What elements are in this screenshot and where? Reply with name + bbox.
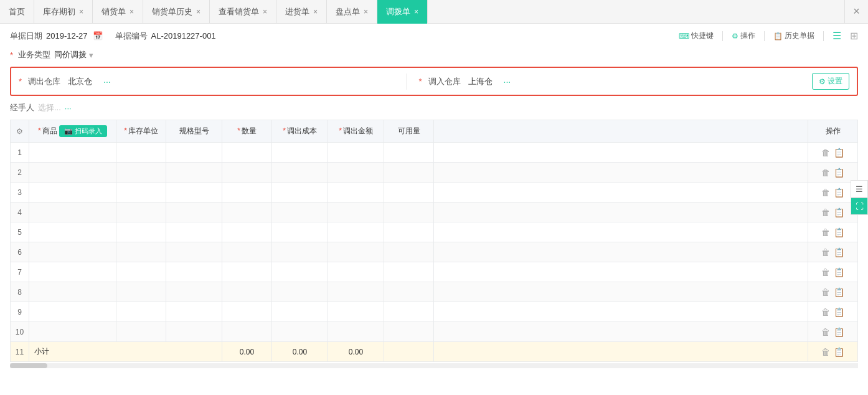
amount-cell-1[interactable] bbox=[328, 143, 384, 163]
shortcut-button[interactable]: ⌨ 快捷键 bbox=[679, 31, 714, 41]
tab-view-sales[interactable]: 查看销货单 × bbox=[210, 0, 276, 24]
setting-button[interactable]: ⚙ 设置 bbox=[812, 73, 849, 90]
handler-select[interactable]: 选择... bbox=[38, 102, 61, 113]
product-cell-5[interactable] bbox=[29, 222, 116, 242]
history-button[interactable]: 📋 历史单据 bbox=[773, 31, 814, 41]
product-cell-2[interactable] bbox=[29, 163, 116, 183]
tab-home[interactable]: 首页 bbox=[0, 0, 34, 24]
unit-cell-8[interactable] bbox=[116, 282, 166, 302]
product-cell-10[interactable] bbox=[29, 322, 116, 342]
handler-more[interactable]: ··· bbox=[65, 103, 72, 113]
copy-icon-subtotal[interactable]: 📋 bbox=[834, 347, 844, 357]
spec-cell-5[interactable] bbox=[166, 222, 222, 242]
spec-cell-6[interactable] bbox=[166, 242, 222, 262]
copy-icon-4[interactable]: 📋 bbox=[834, 207, 844, 217]
available-cell-4[interactable] bbox=[384, 202, 434, 222]
quantity-cell-9[interactable] bbox=[222, 302, 272, 322]
product-cell-3[interactable] bbox=[29, 183, 116, 202]
spec-cell-2[interactable] bbox=[166, 163, 222, 183]
delete-icon-8[interactable]: 🗑 bbox=[821, 287, 830, 297]
product-cell-1[interactable] bbox=[29, 143, 116, 163]
quantity-cell-8[interactable] bbox=[222, 282, 272, 302]
cost-cell-10[interactable] bbox=[272, 322, 328, 342]
close-view-sales[interactable]: × bbox=[263, 7, 267, 16]
quantity-cell-1[interactable] bbox=[222, 143, 272, 163]
cost-cell-3[interactable] bbox=[272, 183, 328, 202]
layout-list-button[interactable]: ☰ bbox=[833, 30, 841, 42]
source-warehouse-more[interactable]: ··· bbox=[103, 77, 111, 87]
unit-cell-6[interactable] bbox=[116, 242, 166, 262]
close-inventory-init[interactable]: × bbox=[79, 7, 83, 16]
copy-icon-1[interactable]: 📋 bbox=[834, 148, 844, 158]
unit-cell-5[interactable] bbox=[116, 222, 166, 242]
close-sales-history[interactable]: × bbox=[196, 7, 200, 16]
available-cell-5[interactable] bbox=[384, 222, 434, 242]
product-cell-8[interactable] bbox=[29, 282, 116, 302]
cost-cell-4[interactable] bbox=[272, 202, 328, 222]
product-cell-9[interactable] bbox=[29, 302, 116, 322]
copy-icon-7[interactable]: 📋 bbox=[834, 267, 844, 277]
amount-cell-10[interactable] bbox=[328, 322, 384, 342]
delete-icon-subtotal[interactable]: 🗑 bbox=[821, 347, 830, 357]
available-cell-6[interactable] bbox=[384, 242, 434, 262]
quantity-cell-5[interactable] bbox=[222, 222, 272, 242]
unit-cell-10[interactable] bbox=[116, 322, 166, 342]
copy-icon-2[interactable]: 📋 bbox=[834, 168, 844, 178]
scroll-thumb[interactable] bbox=[10, 363, 47, 368]
unit-cell-9[interactable] bbox=[116, 302, 166, 322]
amount-cell-4[interactable] bbox=[328, 202, 384, 222]
amount-cell-6[interactable] bbox=[328, 242, 384, 262]
copy-icon-3[interactable]: 📋 bbox=[834, 188, 844, 198]
delete-icon-3[interactable]: 🗑 bbox=[821, 188, 830, 198]
spec-cell-7[interactable] bbox=[166, 262, 222, 282]
product-cell-4[interactable] bbox=[29, 202, 116, 222]
amount-cell-3[interactable] bbox=[328, 183, 384, 202]
tab-transfer-order[interactable]: 调拨单 × bbox=[377, 0, 428, 24]
delete-icon-1[interactable]: 🗑 bbox=[821, 148, 830, 158]
unit-cell-2[interactable] bbox=[116, 163, 166, 183]
quantity-cell-6[interactable] bbox=[222, 242, 272, 262]
quantity-cell-3[interactable] bbox=[222, 183, 272, 202]
amount-cell-7[interactable] bbox=[328, 262, 384, 282]
spec-cell-10[interactable] bbox=[166, 322, 222, 342]
cost-cell-9[interactable] bbox=[272, 302, 328, 322]
copy-icon-10[interactable]: 📋 bbox=[834, 327, 844, 337]
float-expand-button[interactable]: ⛶ bbox=[851, 198, 868, 215]
quantity-cell-4[interactable] bbox=[222, 202, 272, 222]
spec-cell-9[interactable] bbox=[166, 302, 222, 322]
amount-cell-2[interactable] bbox=[328, 163, 384, 183]
spec-cell-4[interactable] bbox=[166, 202, 222, 222]
available-cell-7[interactable] bbox=[384, 262, 434, 282]
float-list-button[interactable]: ☰ bbox=[851, 180, 868, 198]
unit-cell-1[interactable] bbox=[116, 143, 166, 163]
operation-button[interactable]: ⚙ 操作 bbox=[732, 31, 755, 41]
unit-cell-3[interactable] bbox=[116, 183, 166, 202]
available-cell-9[interactable] bbox=[384, 302, 434, 322]
amount-cell-8[interactable] bbox=[328, 282, 384, 302]
delete-icon-7[interactable]: 🗑 bbox=[821, 267, 830, 277]
business-type-select[interactable]: 同价调拨 ▾ bbox=[54, 49, 93, 60]
available-cell-3[interactable] bbox=[384, 183, 434, 202]
quantity-cell-10[interactable] bbox=[222, 322, 272, 342]
close-purchase-order[interactable]: × bbox=[313, 7, 318, 16]
tab-inventory-init[interactable]: 库存期初 × bbox=[34, 0, 93, 24]
calendar-icon[interactable]: 📅 bbox=[93, 31, 103, 40]
tab-sales-history[interactable]: 销货单历史 × bbox=[143, 0, 210, 24]
amount-cell-5[interactable] bbox=[328, 222, 384, 242]
window-close-button[interactable]: × bbox=[844, 0, 868, 24]
layout-grid-button[interactable]: ⊞ bbox=[850, 30, 858, 42]
copy-icon-6[interactable]: 📋 bbox=[834, 247, 844, 257]
amount-cell-9[interactable] bbox=[328, 302, 384, 322]
close-inventory-check[interactable]: × bbox=[364, 7, 368, 16]
quantity-cell-7[interactable] bbox=[222, 262, 272, 282]
delete-icon-10[interactable]: 🗑 bbox=[821, 327, 830, 337]
spec-cell-8[interactable] bbox=[166, 282, 222, 302]
cost-cell-1[interactable] bbox=[272, 143, 328, 163]
close-sales-order[interactable]: × bbox=[130, 7, 134, 16]
scan-button[interactable]: 📷 扫码录入 bbox=[59, 125, 107, 137]
delete-icon-9[interactable]: 🗑 bbox=[821, 307, 830, 317]
copy-icon-8[interactable]: 📋 bbox=[834, 287, 844, 297]
tab-purchase-order[interactable]: 进货单 × bbox=[276, 0, 327, 24]
delete-icon-5[interactable]: 🗑 bbox=[821, 227, 830, 237]
cost-cell-5[interactable] bbox=[272, 222, 328, 242]
